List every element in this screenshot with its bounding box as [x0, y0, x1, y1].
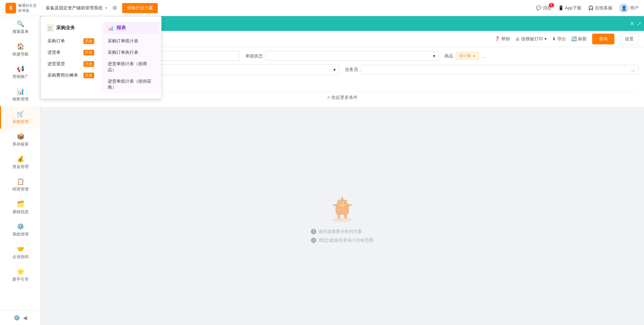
help-button[interactable]: ❓ 帮助: [495, 36, 510, 42]
print-label: 按模板打印: [521, 36, 543, 42]
svg-rect-8: [333, 204, 336, 206]
goods-tag-close[interactable]: ✕: [472, 54, 476, 58]
export-button[interactable]: ⬇ 导出: [552, 36, 566, 42]
avatar: 👤: [619, 3, 629, 13]
sidebar-item-inventory[interactable]: 📦 库存核算: [0, 129, 40, 151]
status-label: 单据状态: [245, 53, 263, 59]
print-button[interactable]: 🖨 按模板打印 ▾: [515, 36, 547, 42]
goods-tag: 设计素 ✕: [456, 52, 479, 60]
sidebar-label-guide: 新手引导: [12, 277, 29, 282]
sidebar-label-finance: 资金管理: [12, 164, 29, 170]
header-middle: 装备及固定资产辅助管理系统 ▾ ⚙ 体验行业方案: [46, 3, 536, 13]
sidebar-item-operation[interactable]: 📋 经营管理: [0, 174, 40, 196]
online-service-label: 在线客服: [595, 5, 612, 11]
sidebar-bottom: ⚙️ ◀: [0, 310, 40, 325]
purchase-col-header: 🛒 采购业务: [43, 22, 98, 34]
sidebar-item-marketing[interactable]: 📢 营销推广: [0, 61, 40, 84]
sidebar-item-sales[interactable]: 📊 销售管理: [0, 84, 40, 106]
sidebar-item-quick-nav[interactable]: 🏠 快捷导航: [0, 39, 40, 61]
salesperson-select[interactable]: ...: [361, 65, 639, 75]
svg-rect-7: [340, 205, 344, 206]
sidebar-item-search[interactable]: 🔍 搜索菜单: [0, 16, 40, 39]
sidebar-label-marketing: 营销推广: [12, 74, 29, 80]
export-icon: ⬇: [552, 36, 556, 41]
purchase-order-label: 采购订单: [47, 38, 65, 44]
rank-dropdown-icon: ▾: [333, 67, 336, 72]
svg-point-0: [332, 218, 352, 222]
tip-text-1: 请先选择要分析的方案: [318, 229, 362, 235]
sidebar-label-inventory: 库存核算: [12, 141, 29, 147]
export-label: 导出: [557, 36, 566, 42]
home-icon: 🏠: [17, 43, 24, 50]
tab-maximize-button[interactable]: ⤢: [637, 21, 641, 27]
goods-ellipsis[interactable]: ...: [481, 53, 486, 59]
report-col-icon: 📊: [106, 24, 114, 32]
system-dropdown-arrow[interactable]: ▾: [105, 6, 107, 10]
user-action[interactable]: 👤 用户: [619, 3, 639, 13]
tip-num-1: 1: [311, 229, 316, 234]
message-badge: 5: [549, 3, 554, 7]
top-header: 6 畅通好生意 标准版 装备及固定资产辅助管理系统 ▾ ⚙ 体验行业方案 💬 消…: [0, 0, 644, 16]
refresh-button[interactable]: 🔄 刷新: [571, 36, 587, 42]
sidebar-item-system[interactable]: ⚙️ 系统管理: [0, 219, 40, 241]
svg-rect-10: [337, 214, 340, 218]
report-order-stat-item[interactable]: 采购订单统计表: [104, 35, 158, 47]
sidebar-label-quick-nav: 快捷导航: [12, 51, 29, 57]
filter-salesperson: 业务员 ...: [345, 65, 639, 75]
sidebar-item-enterprise[interactable]: 🤝 企业协同: [0, 241, 40, 264]
status-select[interactable]: ▾: [265, 51, 439, 61]
svg-rect-9: [348, 204, 352, 206]
purchase-expense-item[interactable]: 采购费用分摊单 历史: [43, 70, 98, 81]
header-right: 💬 消息 5 📱 App下载 🎧 在线客服 👤 用户: [536, 3, 639, 13]
marketing-icon: 📢: [17, 65, 24, 73]
online-service-action[interactable]: 🎧 在线客服: [588, 5, 612, 11]
report-col: 📊 报表 采购订单统计表 采购订单执行表 进货单统计表（按商品） 进货单统计表（…: [101, 22, 161, 93]
industry-button[interactable]: 体验行业方案: [122, 3, 158, 13]
report-order-stat-label: 采购订单统计表: [108, 38, 138, 44]
salesperson-label: 业务员: [345, 67, 358, 73]
sidebar-settings-button[interactable]: ⚙️: [13, 315, 20, 321]
settings-button[interactable]: 设置: [620, 34, 639, 44]
purchase-return-label: 进货退货: [47, 61, 65, 67]
purchase-return-badge: 历史: [83, 61, 94, 67]
collapse-icon: ∧: [327, 95, 330, 100]
empty-tip-1: 1 请先选择要分析的方案: [311, 229, 373, 235]
message-action[interactable]: 💬 消息 5: [536, 5, 551, 11]
report-receipt-goods-item[interactable]: 进货单统计表（按商品）: [104, 58, 158, 76]
sidebar-label-enterprise: 企业协同: [12, 254, 29, 260]
basic-info-icon: 🗂️: [17, 200, 24, 208]
salesperson-ellipsis: ...: [631, 67, 635, 72]
purchase-order-item[interactable]: 采购订单 历史: [43, 35, 98, 47]
sidebar-item-basic-info[interactable]: 🗂️ 基础信息: [0, 196, 40, 219]
svg-rect-11: [344, 214, 347, 218]
sidebar-label-purchase: 采购管理: [12, 119, 29, 125]
dropdown-columns: 🛒 采购业务 采购订单 历史 进货单 历史 进货退货 历史 采购费用分摊单 历史: [41, 19, 161, 96]
sidebar-label-search: 搜索菜单: [12, 29, 29, 35]
report-col-title: 报表: [116, 25, 126, 31]
sidebar-item-purchase[interactable]: 🛒 采购管理: [0, 106, 40, 129]
filter-status: 单据状态 ▾: [245, 51, 439, 61]
sidebar-item-guide[interactable]: 🌟 新手引导: [0, 264, 40, 286]
goods-label: 商品: [444, 53, 453, 59]
svg-point-13: [341, 197, 343, 199]
purchase-order-badge: 历史: [83, 38, 94, 44]
query-button[interactable]: 查询: [592, 34, 614, 44]
print-dropdown-icon: ▾: [544, 36, 547, 41]
tip-text-2: 用[过滤]条件来缩小分析范围: [318, 237, 373, 243]
headset-icon: 🎧: [588, 5, 594, 10]
purchase-return-item[interactable]: 进货退货 历史: [43, 58, 98, 70]
logo-area: 6 畅通好生意 标准版: [5, 3, 46, 13]
settings-icon[interactable]: ⚙: [110, 3, 119, 13]
tab-close-all-button[interactable]: ✕: [630, 21, 634, 27]
collapse-label: 收起更多条件: [331, 95, 358, 100]
sidebar-label-system: 系统管理: [12, 232, 29, 237]
report-receipt-supplier-item[interactable]: 进货单统计表（按供应商）: [104, 76, 158, 93]
purchase-receipt-item[interactable]: 进货单 历史: [43, 47, 98, 58]
sidebar-item-finance[interactable]: 💰 资金管理: [0, 151, 40, 174]
report-order-exec-item[interactable]: 采购订单执行表: [104, 47, 158, 58]
empty-tip-2: 2 用[过滤]条件来缩小分析范围: [311, 237, 373, 243]
app-download-action[interactable]: 📱 App下载: [558, 5, 581, 11]
refresh-icon: 🔄: [571, 36, 577, 41]
sidebar-collapse-button[interactable]: ◀: [23, 315, 27, 321]
phone-icon: 📱: [558, 5, 564, 10]
